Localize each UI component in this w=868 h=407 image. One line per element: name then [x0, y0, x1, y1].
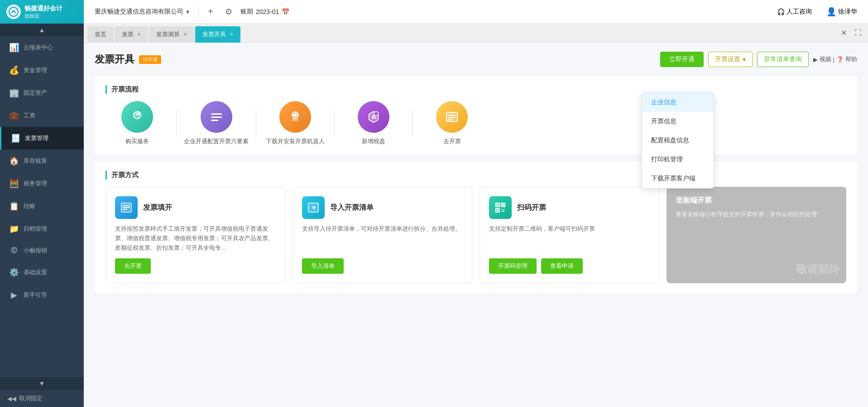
tab-invoice-close[interactable]: ✕: [137, 32, 141, 37]
dropdown-item-company[interactable]: 企业信息: [642, 93, 714, 112]
sidebar-label-cloud-report: 云报表中心: [24, 44, 53, 52]
svg-rect-7: [211, 120, 218, 121]
step3-label: 下载并安装开票机器人: [266, 137, 325, 145]
fill-invoice-button[interactable]: 去开票: [115, 258, 151, 274]
method-import-desc: 支持导入待开票清单，可对待开票清单进行拆分、合并处理。: [302, 224, 463, 252]
logo-text-area: 畅捷通好会计 旗舰版: [24, 5, 62, 19]
svg-text:+: +: [375, 112, 378, 116]
process-flow: + 购买服务: [106, 101, 846, 145]
sidebar-item-fixed-asset[interactable]: 🏢 固定资产: [0, 82, 84, 104]
settings-icon[interactable]: ⚙: [222, 5, 235, 18]
settings-dropdown-menu: 企业信息 开票信息 配置税盘信息 打印机管理 下载开票客户端: [642, 92, 714, 189]
svg-point-1: [13, 10, 14, 12]
sidebar-item-archive[interactable]: 📁 归档管理: [0, 218, 84, 240]
method-fill-desc: 支持按照发票样式手工填开发票；可开具增值税电子普通发票、增值税普通发票、增值税专…: [115, 224, 276, 252]
chart-icon: 📊: [9, 43, 19, 53]
tab-invoice-calc-close[interactable]: ✕: [183, 32, 187, 37]
invoice-methods-section: 开票方式: [95, 162, 857, 292]
tab-invoice-issue-close[interactable]: ✕: [230, 32, 233, 37]
video-help-area[interactable]: ▶ 视频 | ❓ 帮助: [813, 55, 857, 63]
process-section: 开票流程 + 购买: [95, 76, 857, 155]
period-selector[interactable]: 账期 2023-01 📅: [240, 8, 289, 16]
company-selector[interactable]: 重庆畅捷交通信息咨询有限公司 ▾: [91, 6, 193, 18]
sidebar-label-guide: 新手引导: [24, 291, 47, 299]
chevron-down-icon: ▾: [186, 8, 189, 15]
step-connector-1: [176, 110, 177, 137]
sidebar-scroll-down[interactable]: ▼: [0, 377, 84, 390]
svg-rect-17: [448, 117, 456, 118]
tab-invoice-calc[interactable]: 发票测算 ✕: [149, 26, 194, 43]
sidebar-item-inventory[interactable]: 🏠 库存核算: [0, 150, 84, 172]
sidebar-item-guide[interactable]: ▶ 新手引导: [0, 284, 84, 306]
method-card-scan: 扫码开票 支持定制开票二维码，客户端可扫码开票 开票码管理 查看申请: [480, 187, 659, 283]
methods-title: 开票方式: [106, 171, 846, 179]
invoice-icon: 🧾: [10, 133, 20, 143]
close-window-btn[interactable]: ✕: [837, 27, 850, 39]
tax-icon: 🧮: [9, 179, 19, 189]
help-label: 帮助: [845, 55, 857, 63]
user-area[interactable]: 👤 徐泽华: [823, 5, 861, 19]
logo-subtitle: 旗舰版: [24, 13, 62, 19]
sidebar-cancel-pin[interactable]: ◀◀ 取消固定: [0, 390, 84, 407]
svg-rect-5: [211, 113, 222, 115]
user-name: 徐泽华: [838, 8, 857, 16]
view-apply-button[interactable]: 查看申请: [541, 258, 583, 274]
company-name: 重庆畅捷交通信息咨询有限公司: [95, 8, 183, 16]
tab-home-label: 首页: [95, 30, 106, 39]
step4-icon: 税 +: [358, 101, 389, 133]
dropdown-item-printer[interactable]: 打印机管理: [642, 150, 714, 169]
sidebar-item-fund[interactable]: 💰 资金管理: [0, 59, 84, 82]
sidebar-item-cloud-report[interactable]: 📊 云报表中心: [0, 36, 84, 59]
svg-rect-20: [123, 205, 130, 206]
exception-button[interactable]: 异常清单查询: [757, 52, 809, 67]
tab-bar: 首页 发票 ✕ 发票测算 ✕ 发票开具 ✕ ✕ ⛶: [84, 24, 868, 43]
step1-label: 购买服务: [125, 137, 149, 145]
sidebar-item-report[interactable]: Ⓒ 小畅报销: [0, 240, 84, 261]
sidebar-item-salary[interactable]: 💼 工资: [0, 104, 84, 127]
dropdown-item-download-client[interactable]: 下载开票客户端: [642, 169, 714, 188]
dropdown-item-invoice-info[interactable]: 开票信息: [642, 112, 714, 131]
sidebar-label-invoice: 发票管理: [25, 134, 48, 142]
sidebar-item-settings[interactable]: ⚙️ 基础设置: [0, 261, 84, 284]
tab-home[interactable]: 首页: [87, 26, 114, 43]
sidebar-label-salary: 工资: [24, 111, 35, 120]
sidebar-item-invoice[interactable]: 🧾 发票管理: [0, 127, 84, 150]
headset-icon: 🎧: [777, 8, 785, 15]
step2-label: 企业开通配置开票六要素: [184, 137, 249, 145]
method-card-boss: 老板端开票 查看老板端小程序提交的开票申请，并作出相应的处理 敬请期待: [667, 187, 846, 283]
import-invoice-button[interactable]: 导入清单: [302, 258, 344, 274]
settings-button[interactable]: 开票设置 ▾: [708, 52, 753, 67]
activate-button[interactable]: 立即开通: [660, 52, 704, 67]
step2-icon: [201, 101, 232, 133]
add-button[interactable]: +: [204, 5, 217, 18]
qr-manage-button[interactable]: 开票码管理: [489, 258, 537, 274]
method-scan-desc: 支持定制开票二维码，客户端可扫码开票: [489, 224, 650, 252]
divider: [198, 6, 199, 17]
boss-card-desc: 查看老板端小程序提交的开票申请，并作出相应的处理: [676, 210, 837, 219]
dropdown-arrow-icon: ▾: [743, 56, 746, 63]
cancel-label: 取消固定: [19, 394, 43, 402]
tab-invoice-calc-label: 发票测算: [156, 30, 180, 39]
tab-invoice-issue[interactable]: 发票开具 ✕: [195, 26, 240, 43]
step1-icon: +: [121, 101, 153, 133]
dropdown-item-tax-disk[interactable]: 配置税盘信息: [642, 131, 714, 150]
method-import-header: 导入开票清单: [302, 196, 463, 219]
archive-icon: 📁: [9, 224, 19, 234]
step-connector-3: [334, 110, 335, 137]
scan-buttons: 开票码管理 查看申请: [489, 258, 650, 274]
consult-button[interactable]: 🎧 人工咨询: [773, 6, 815, 18]
svg-rect-10: [294, 113, 296, 117]
sidebar-item-account[interactable]: 📋 结账: [0, 195, 84, 218]
sidebar-label-inventory: 库存核算: [24, 157, 47, 165]
exception-btn-label: 异常清单查询: [764, 55, 802, 63]
sidebar-scroll-up[interactable]: ▲: [0, 24, 84, 36]
page-header: 发票开具 待开通 立即开通 开票设置 ▾ 异常清单查询: [95, 52, 857, 67]
sidebar-label-fund: 资金管理: [24, 66, 47, 74]
tab-invoice[interactable]: 发票 ✕: [115, 26, 148, 43]
maximize-window-btn[interactable]: ⛶: [852, 27, 864, 39]
salary-icon: 💼: [9, 111, 19, 121]
sidebar-item-tax[interactable]: 🧮 税务管理: [0, 172, 84, 195]
settings-btn-label: 开票设置: [715, 55, 740, 63]
page-title: 发票开具: [95, 53, 134, 66]
step4-label: 新增税盘: [362, 137, 385, 145]
